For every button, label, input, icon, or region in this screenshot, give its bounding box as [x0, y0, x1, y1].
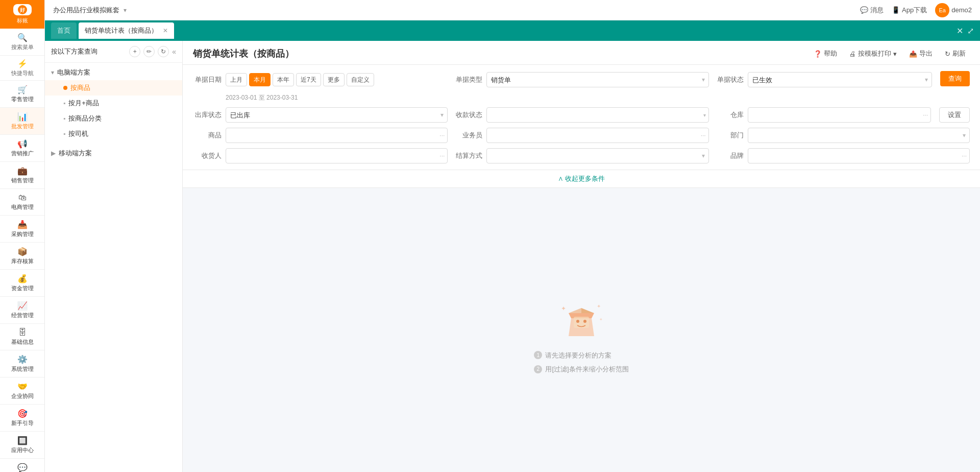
edit-scheme-btn[interactable]: ✏ [143, 46, 155, 57]
tree-mobile-label: 移动端方案 [59, 149, 92, 158]
collectstatus-input[interactable] [486, 107, 708, 123]
tree-section-desktop-label[interactable]: ▾ 电脑端方案 [45, 65, 182, 80]
page-title: 销货单统计表（按商品） [193, 48, 294, 60]
tab-report-close[interactable]: ✕ [163, 27, 168, 34]
payment-select[interactable] [486, 148, 708, 163]
print-icon: 🖨 [849, 50, 856, 58]
retail-icon: 🛒 [17, 85, 28, 95]
sidebar-item-appcenter[interactable]: 🔲 应用中心 [0, 432, 44, 459]
date-btn-more[interactable]: 更多 [323, 73, 345, 86]
svg-text:好: 好 [19, 7, 26, 13]
collapse-panel-btn[interactable]: « [172, 48, 176, 56]
sales-label: 销售管理 [11, 177, 34, 184]
svg-text:✦: ✦ [561, 305, 566, 312]
tree-item-by-dept[interactable]: ▪ 按司机 [45, 126, 182, 141]
date-btn-this-month[interactable]: 本月 [249, 73, 271, 86]
logo-icon: 好 [13, 4, 32, 15]
avatar: Ea [935, 3, 949, 17]
status-label: 单据状态 [715, 75, 744, 84]
payment-select-wrap [486, 148, 708, 163]
tree-section-mobile-label[interactable]: ▶ 移动端方案 [45, 146, 182, 161]
sidebar-item-base[interactable]: 🗄 基础信息 [0, 324, 44, 350]
tree-item-by-month-product[interactable]: ▪ 按月+商品 [45, 96, 182, 111]
print-btn[interactable]: 🖨 按模板打印 ▾ [845, 47, 901, 60]
date-btn-custom[interactable]: 自定义 [347, 73, 374, 86]
tab-home[interactable]: 首页 [51, 22, 77, 39]
app-name: 标账 [17, 17, 28, 25]
tip1-number: 1 [534, 351, 542, 359]
empty-tip-2: 2 用[过滤]条件来缩小分析范围 [534, 363, 628, 375]
user-menu[interactable]: Ea demo2 [935, 3, 972, 17]
query-button[interactable]: 查询 [940, 71, 970, 86]
marketing-label: 营销推广 [11, 150, 34, 157]
date-btn-7days[interactable]: 近7天 [296, 73, 321, 86]
sidebar-item-system[interactable]: ⚙️ 系统管理 [0, 350, 44, 377]
add-scheme-btn[interactable]: + [129, 46, 140, 57]
tree-item-by-product[interactable]: 按商品 [45, 80, 182, 96]
sidebar-item-stock[interactable]: 📦 库存核算 [0, 243, 44, 270]
filter-collectstatus-cell: 收款状态 ▾ [454, 107, 708, 123]
page-actions: ❓ 帮助 🖨 按模板打印 ▾ 📤 导出 ↻ 刷新 [810, 47, 970, 60]
sidebar-item-retail[interactable]: 🛒 零售管理 [0, 81, 44, 108]
outstatus-select[interactable]: 已出库 [226, 107, 448, 123]
search-menu[interactable]: 🔍 搜索菜单 [0, 29, 44, 56]
filter-outstatus-cell: 出库状态 已出库 [193, 107, 448, 123]
tab-report[interactable]: 销货单统计表（按商品） ✕ [79, 22, 174, 39]
dept-select[interactable] [748, 128, 970, 143]
tab-expand-icon[interactable]: ⤢ [967, 26, 974, 36]
help-icon: ❓ [814, 50, 822, 58]
active-dot [63, 86, 67, 90]
staff-input[interactable] [486, 128, 708, 143]
type-select[interactable]: 销货单 [486, 72, 708, 87]
sidebar: 好 标账 🔍 搜索菜单 ⚡ 快捷导航 🛒 零售管理 📊 批发管理 📢 营销推广 … [0, 0, 45, 472]
empty-state: ✦ ✦ ✦ 1 请先选择要分析的方案 2 用[过滤]条件来缩小分析范围 [183, 188, 980, 472]
outstatus-select-wrap: 已出库 [226, 107, 448, 123]
brand-input[interactable] [748, 148, 970, 163]
staff-input-wrap: ··· [486, 128, 708, 143]
tree-section-desktop: ▾ 电脑端方案 按商品 ▪ 按月+商品 ▪ 按商品分类 ▪ 按司机 [45, 63, 182, 144]
tree-item-by-category[interactable]: ▪ 按商品分类 [45, 111, 182, 126]
refresh-btn[interactable]: ↻ 刷新 [941, 47, 970, 60]
svg-marker-4 [569, 308, 581, 313]
breadcrumb-dropdown-icon[interactable]: ▾ [124, 7, 127, 14]
warehouse-input[interactable] [748, 107, 931, 123]
message-icon: 💬 [860, 6, 868, 14]
breadcrumb: 办公用品行业模拟账套 [53, 6, 119, 15]
collapse-conditions-btn[interactable]: ∧ 收起更多条件 [183, 170, 980, 188]
sidebar-item-ecommerce[interactable]: 🛍 电商管理 [0, 189, 44, 216]
quick-nav[interactable]: ⚡ 快捷导航 [0, 56, 44, 81]
refresh-scheme-btn[interactable]: ↻ [158, 46, 169, 57]
sidebar-item-corp[interactable]: 🤝 企业协同 [0, 377, 44, 405]
filter-date-cell: 单据日期 上月 本月 本年 近7天 更多 自定义 [193, 73, 448, 86]
help-btn[interactable]: ❓ 帮助 [810, 47, 841, 60]
sidebar-item-wholesale[interactable]: 📊 批发管理 [0, 108, 44, 135]
sidebar-item-marketing[interactable]: 📢 营销推广 [0, 135, 44, 162]
receiver-input[interactable] [226, 148, 448, 163]
sidebar-item-purchase[interactable]: 📥 采购管理 [0, 216, 44, 243]
status-select[interactable]: 已生效 [748, 72, 932, 87]
tree-category-icon: ▪ [63, 115, 65, 122]
sidebar-item-finance[interactable]: 💰 资金管理 [0, 270, 44, 297]
sidebar-item-newuser[interactable]: 🎯 新手引导 [0, 405, 44, 432]
sidebar-item-sales[interactable]: 💼 销售管理 [0, 162, 44, 189]
refresh-label: 刷新 [952, 49, 966, 58]
sales-icon: 💼 [17, 166, 28, 176]
tree-month-icon: ▪ [63, 100, 65, 107]
print-dropdown-icon[interactable]: ▾ [893, 50, 897, 58]
dept-select-wrap [748, 128, 970, 143]
date-btn-this-year[interactable]: 本年 [273, 73, 294, 86]
tip1-text: 请先选择要分析的方案 [545, 349, 611, 361]
message-btn[interactable]: 💬 消息 [860, 6, 884, 15]
tip2-text: 用[过滤]条件来缩小分析范围 [545, 363, 628, 375]
settings-button[interactable]: 设置 [939, 107, 970, 123]
newuser-label: 新手引导 [11, 419, 34, 427]
sidebar-item-operation[interactable]: 📈 经营管理 [0, 297, 44, 324]
export-btn[interactable]: 📤 导出 [905, 47, 937, 60]
sidebar-item-corpwx[interactable]: 💬 企业微信 [0, 459, 44, 472]
app-download-btn[interactable]: 📱 App下载 [892, 6, 927, 15]
date-btn-last-month[interactable]: 上月 [226, 73, 247, 86]
tab-close-all-icon[interactable]: ✕ [957, 26, 963, 36]
product-input[interactable] [226, 128, 448, 143]
system-label: 系统管理 [11, 365, 34, 373]
help-label: 帮助 [824, 49, 837, 58]
